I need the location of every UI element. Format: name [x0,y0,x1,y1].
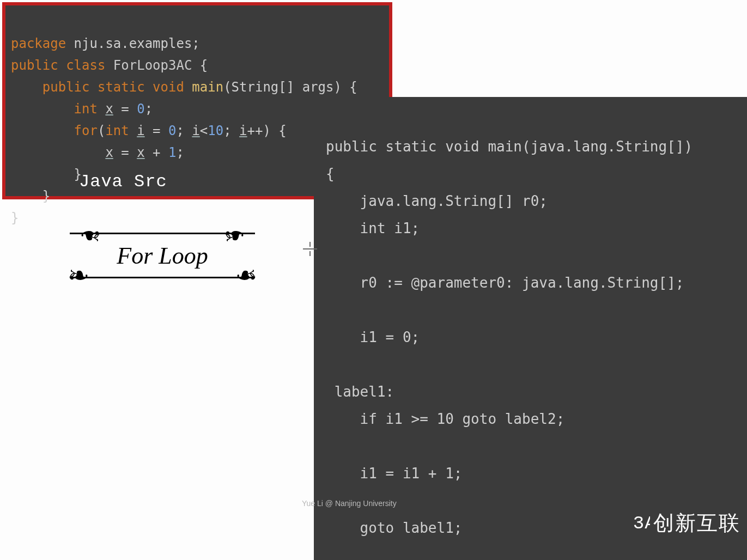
lt: < [200,123,208,138]
pkg-name: nju.sa.examples; [66,36,200,51]
flourish-icon: ❧ [68,215,101,248]
kw-public: public [11,58,58,73]
tac-line: i1 = 0; [326,329,420,345]
java-src-label: Java Src [79,171,167,193]
brace: { [192,58,208,73]
close2: } [42,188,50,204]
tac-line: { [326,166,335,182]
semi2: ; [176,145,184,160]
watermark-text: 创新互联 [650,508,744,538]
lit-0: 0 [137,101,144,117]
kw-void: void [153,80,184,95]
kw-package: package [11,36,66,51]
lit-10: 10 [208,123,223,138]
fn-main: main [192,80,223,95]
kw-static: static [98,80,145,95]
x1: x [105,145,113,160]
slide-credit: Yue Li @ Nanjing University [302,499,397,508]
plus: + [145,145,168,160]
tac-line: i1 = i1 + 1; [326,465,462,482]
p: = [145,123,168,138]
p2: ; [176,123,192,138]
kw-for: for [74,123,98,138]
tac-line: r0 := @parameter0: java.lang.String[]; [326,275,684,291]
lit-1: 1 [168,145,176,160]
flourish-icon: ❧ [223,215,257,248]
var-x: x [105,101,113,117]
tac-line: label1: [326,384,394,400]
for-loop-cartouche: ❧ ❧ ❧ ❧ For Loop [59,215,266,296]
p3: ; [223,123,239,138]
tac-line: if i1 >= 10 goto label2; [326,411,564,427]
tac-line: public static void main(java.lang.String… [326,138,693,155]
x2: x [137,145,144,160]
var-i: i [137,123,144,138]
semi: ; [145,101,153,117]
ty-int: int [74,101,98,117]
var-i3: i [239,123,247,138]
op: ( [98,123,105,138]
flourish-icon: ❧ [223,263,257,296]
tac-line: goto label1; [326,520,462,536]
crosshair-cursor-icon [303,242,317,256]
close3: } [11,210,19,226]
var-i2: i [192,123,199,138]
cartouche-frame: ❧ ❧ ❧ ❧ For Loop [70,233,255,278]
flourish-icon: ❧ [68,263,101,296]
p4: ++) { [247,123,287,138]
eq: = [113,101,137,117]
ty-int2: int [105,123,129,138]
kw-public2: public [42,80,90,95]
three-address-code-panel: public static void main(java.lang.String… [314,97,747,560]
tac-line: int i1; [326,220,420,236]
cartouche-title: For Loop [117,242,208,270]
class-name: ForLoop3AC [113,58,192,73]
tac-line: java.lang.String[] r0; [326,193,548,209]
lit-0b: 0 [168,123,176,138]
kw-class: class [66,58,105,73]
eq2: = [113,145,137,160]
sig: (String[] args) { [223,80,357,95]
